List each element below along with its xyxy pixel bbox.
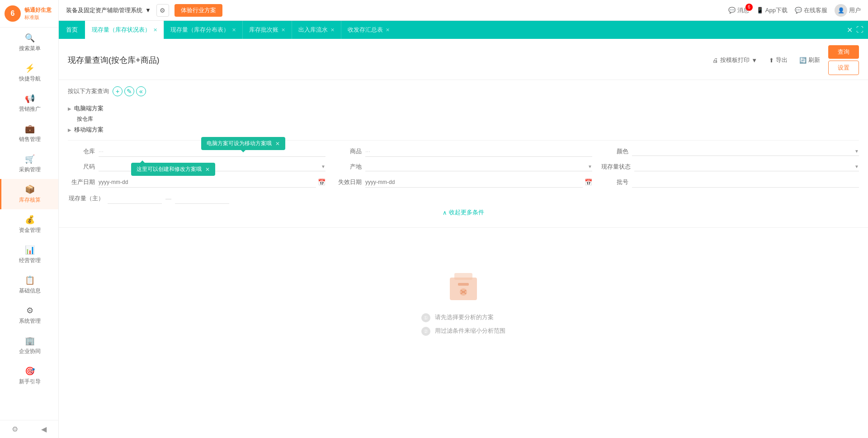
produce-date-label: 生产日期 — [68, 178, 95, 186]
tab-fullscreen-icon[interactable]: ⛶ — [856, 26, 863, 34]
collapse-more-button[interactable]: ∧ 收起更多条件 — [68, 204, 859, 221]
chevron-down-icon: ▼ — [145, 7, 151, 14]
create-tooltip: 这里可以创建和修改方案哦 ✕ — [131, 163, 215, 176]
user-menu[interactable]: 👤 用户 — [835, 4, 861, 17]
sidebar-item-guide[interactable]: 🎯 新手引导 — [0, 361, 58, 391]
page-title: 现存量查询(按仓库+商品) — [68, 55, 160, 66]
tab-close-all-icon[interactable]: ✕ — [847, 26, 853, 34]
edit-scheme-button[interactable]: ✎ — [124, 86, 134, 96]
sidebar-item-enterprise[interactable]: 🏢 企业协同 — [0, 330, 58, 361]
collapse-button[interactable]: ◀ — [41, 425, 47, 433]
basic-icon: 📋 — [25, 275, 35, 285]
export-button[interactable]: ⬆ 导出 — [765, 54, 791, 66]
inventory-icon: 📦 — [25, 184, 35, 194]
search-button[interactable]: 查询 — [828, 45, 859, 59]
batch-label: 批号 — [601, 178, 628, 186]
enterprise-icon: 🏢 — [25, 336, 35, 346]
tab-batch-account[interactable]: 库存批次账 ✕ — [242, 21, 292, 39]
tab-inventory-distribution[interactable]: 现存量（库存分布表） ✕ — [164, 21, 242, 39]
product-select[interactable]: ··· — [365, 146, 592, 157]
filter-icons: + ✎ « — [113, 86, 146, 96]
tooltip-close-icon[interactable]: ✕ — [275, 141, 280, 147]
sidebar-logo: 6 畅通好生意 标准版 — [0, 0, 58, 28]
warehouse-field: 仓库 ··· — [68, 146, 326, 157]
search-icon: 🔍 — [25, 33, 35, 43]
filter-row-4: 现存量（主） — — [68, 193, 859, 204]
sidebar-item-system[interactable]: ⚙ 系统管理 — [0, 300, 58, 330]
system-select[interactable]: 装备及固定资产辅助管理系统 ▼ — [66, 6, 151, 14]
online-service-button[interactable]: 💬 在线客服 — [795, 6, 827, 14]
size-label: 尺码 — [68, 163, 95, 171]
color-select[interactable]: ▼ — [632, 147, 859, 156]
settings-button[interactable]: ⚙ — [12, 425, 18, 433]
page-actions: 🖨 按模板打印 ▼ ⬆ 导出 🔄 刷新 查询 设置 — [709, 45, 859, 75]
origin-field: 产地 ▼ — [335, 162, 592, 171]
tab-summary[interactable]: 收发存汇总表 ✕ — [341, 21, 396, 39]
quick-icon: ⚡ — [25, 63, 35, 73]
main-area: 装备及固定资产辅助管理系统 ▼ ⚙ 体验行业方案 💬 消息 6 📱 App下载 … — [59, 0, 868, 438]
desktop-scheme-item[interactable]: ▶ 电脑端方案 — [68, 103, 859, 114]
product-field: 商品 ··· — [335, 146, 592, 157]
chevron-down-icon: ▼ — [854, 164, 859, 169]
tab-home[interactable]: 首页 — [59, 21, 85, 39]
color-field: 颜色 ▼ — [601, 146, 859, 157]
gear-button[interactable]: ⚙ — [156, 4, 169, 17]
calendar-icon[interactable]: 📅 — [318, 179, 326, 186]
logo-icon: 6 — [5, 5, 21, 22]
tab-close-icon[interactable]: ✕ — [330, 27, 335, 33]
stock-main-label: 现存量（主） — [68, 194, 104, 203]
calendar-icon[interactable]: 📅 — [585, 179, 592, 186]
empty-step-1: ① 请先选择要分析的方案 — [421, 313, 505, 322]
sidebar: 6 畅通好生意 标准版 🔍 搜索菜单 ⚡ 快捷导航 📢 营销推广 💼 销售管理 … — [0, 0, 59, 438]
sidebar-item-quick[interactable]: ⚡ 快捷导航 — [0, 58, 58, 88]
tabs-right: ✕ ⛶ — [842, 26, 868, 34]
filter-row-3: 生产日期 📅 失效日期 📅 — [68, 177, 859, 188]
tab-inventory-status[interactable]: 现存量（库存状况表） ✕ — [85, 21, 164, 39]
sidebar-item-sales[interactable]: 💼 销售管理 — [0, 118, 58, 149]
sidebar-item-marketing[interactable]: 📢 营销推广 — [0, 88, 58, 118]
tab-close-icon[interactable]: ✕ — [386, 27, 390, 33]
add-scheme-button[interactable]: + — [113, 86, 123, 96]
sidebar-item-search[interactable]: 🔍 搜索菜单 — [0, 28, 58, 58]
sidebar-item-finance[interactable]: 💰 资金管理 — [0, 209, 58, 240]
chevron-down-icon: ▼ — [751, 57, 757, 64]
mobile-scheme-item[interactable]: ▶ 移动端方案 — [68, 124, 859, 136]
industry-button[interactable]: 体验行业方案 — [175, 4, 222, 17]
message-button[interactable]: 💬 消息 6 — [728, 6, 749, 14]
product-label: 商品 — [335, 147, 362, 155]
sidebar-item-operation[interactable]: 📊 经营管理 — [0, 240, 58, 270]
stock-main-max[interactable] — [175, 193, 229, 204]
sidebar-item-basic[interactable]: 📋 基础信息 — [0, 270, 58, 300]
stock-main-min[interactable] — [108, 193, 162, 204]
sidebar-item-purchase[interactable]: 🛒 采购管理 — [0, 149, 58, 179]
guide-icon: 🎯 — [25, 366, 35, 376]
empty-steps: ① 请先选择要分析的方案 ② 用过滤条件来缩小分析范围 — [421, 313, 505, 336]
tooltip-close-icon[interactable]: ✕ — [205, 166, 210, 173]
stock-status-select[interactable]: ▼ — [634, 162, 859, 171]
origin-select[interactable]: ▼ — [365, 162, 592, 171]
batch-input[interactable] — [632, 177, 859, 188]
sidebar-nav: 🔍 搜索菜单 ⚡ 快捷导航 📢 营销推广 💼 销售管理 🛒 采购管理 📦 库存核… — [0, 28, 58, 420]
tab-close-icon[interactable]: ✕ — [153, 27, 157, 33]
warehouse-label: 仓库 — [68, 147, 95, 155]
produce-date-start[interactable] — [99, 177, 316, 188]
finance-icon: 💰 — [25, 215, 35, 225]
expire-date-range: 📅 — [365, 177, 592, 188]
color-label: 颜色 — [601, 147, 628, 155]
svg-rect-1 — [454, 273, 472, 280]
tab-inout-flow[interactable]: 出入库流水 ✕ — [292, 21, 341, 39]
expire-date-start[interactable] — [365, 177, 583, 188]
app-download-button[interactable]: 📱 App下载 — [756, 6, 788, 14]
operation-icon: 📊 — [25, 245, 35, 255]
logo-text: 畅通好生意 标准版 — [24, 6, 52, 21]
empty-icon — [441, 264, 486, 306]
refresh-button[interactable]: 🔄 刷新 — [796, 54, 824, 66]
sidebar-item-inventory[interactable]: 📦 库存核算 — [0, 179, 58, 209]
tab-close-icon[interactable]: ✕ — [281, 27, 285, 33]
step-number: ① — [421, 313, 430, 322]
step-number: ② — [421, 327, 430, 336]
set-button[interactable]: 设置 — [828, 61, 859, 75]
print-button[interactable]: 🖨 按模板打印 ▼ — [709, 54, 761, 66]
tab-close-icon[interactable]: ✕ — [232, 27, 236, 33]
back-scheme-button[interactable]: « — [136, 86, 146, 96]
